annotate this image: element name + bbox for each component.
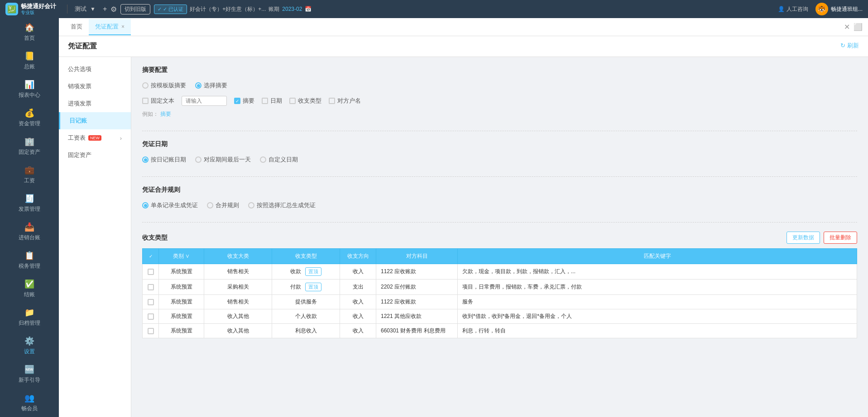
- service-button[interactable]: 👤 人工咨询: [778, 5, 808, 13]
- top-chevron-icon[interactable]: ▼: [90, 6, 96, 12]
- top-bar: 💹 畅捷通好会计 专业版 测试 ▼ + ⚙ 切到旧版 ✓ ✓ 已认证 好会计（专…: [0, 0, 868, 18]
- logo-area: 💹 畅捷通好会计 专业版: [5, 3, 56, 15]
- row-checkbox-1[interactable]: [143, 280, 159, 295]
- refresh-button[interactable]: ↻ 刷新: [840, 42, 859, 50]
- config-nav-journal[interactable]: 日记账: [59, 112, 131, 129]
- config-nav-public[interactable]: 公共选项: [59, 61, 131, 78]
- fixed-text-input[interactable]: [182, 96, 227, 106]
- certified-tag: ✓ ✓ 已认证: [154, 5, 187, 14]
- checkbox-box-1[interactable]: [148, 284, 154, 290]
- sidebar-item-home[interactable]: 🏠 首页: [0, 18, 59, 47]
- config-nav: 公共选项 销项发票 进项发票 日记账 工资表 NEW: [59, 57, 131, 417]
- divider-1: [142, 131, 857, 131]
- sidebar-item-purchase[interactable]: 📥 进销台账: [0, 218, 59, 246]
- th-checkbox[interactable]: ✓: [143, 249, 159, 264]
- row-checkbox-4[interactable]: [143, 324, 159, 338]
- merge-radio-group: 单条记录生成凭证 合并规则 按照选择汇总生成凭证: [142, 201, 857, 209]
- tab-maximize-button[interactable]: ⬜: [854, 23, 863, 31]
- config-nav-purchase-invoice[interactable]: 进项发票: [59, 95, 131, 112]
- merge-radio-merge-rule-circle: [207, 202, 213, 208]
- app-container: 💹 畅捷通好会计 专业版 测试 ▼ + ⚙ 切到旧版 ✓ ✓ 已认证 好会计（专…: [0, 0, 868, 417]
- tab-home[interactable]: 首页: [64, 19, 89, 35]
- row-category-2: 系统预置: [159, 295, 204, 309]
- checkbox-fixed-text[interactable]: 固定文本: [142, 97, 174, 105]
- date-radio-journal[interactable]: 按日记账日期: [142, 156, 186, 164]
- merge-radio-merge-rule[interactable]: 合并规则: [207, 201, 239, 209]
- row-type-1: 付款 置顶: [272, 280, 340, 295]
- tab-voucher-config[interactable]: 凭证配置 ×: [89, 19, 131, 35]
- summary-radio-template-label: 按模板版摘要: [151, 81, 186, 90]
- date-radio-custom-circle: [260, 156, 266, 163]
- merge-radio-single[interactable]: 单条记录生成凭证: [142, 201, 198, 209]
- logo-main: 畅捷通好会计: [21, 3, 56, 10]
- summary-radio-select[interactable]: 选择摘要: [195, 81, 227, 90]
- checkbox-party[interactable]: 对方户名: [329, 97, 361, 105]
- config-nav-fixed-asset[interactable]: 固定资产: [59, 147, 131, 164]
- logo-text: 畅捷通好会计 专业版: [21, 3, 56, 15]
- config-nav-sales[interactable]: 销项发票: [59, 78, 131, 95]
- tab-close-window-button[interactable]: ✕: [844, 23, 850, 31]
- top-settings-icon[interactable]: ⚙: [110, 5, 117, 14]
- sidebar-item-asset[interactable]: 🏢 固定资产: [0, 132, 59, 161]
- sidebar-label-salary: 工资: [24, 177, 35, 185]
- checkbox-box-2[interactable]: [148, 299, 154, 305]
- top-add-icon[interactable]: +: [103, 5, 107, 13]
- update-data-button[interactable]: 更新数据: [786, 232, 820, 244]
- merge-radio-single-label: 单条记录生成凭证: [151, 201, 198, 209]
- checkbox-date-label: 日期: [270, 97, 282, 105]
- sidebar-item-settings[interactable]: ⚙️ 设置: [0, 332, 59, 360]
- reset-btn-0[interactable]: 置顶: [305, 267, 321, 276]
- checkbox-date[interactable]: 日期: [262, 97, 282, 105]
- checkbox-type[interactable]: 收支类型: [289, 97, 321, 105]
- date-radio-period-last[interactable]: 对应期间最后一天: [195, 156, 251, 164]
- sidebar-item-ledger[interactable]: 📒 总账: [0, 47, 59, 75]
- table-row: 系统预置 销售相关 收款 置顶 收入 1122 应收账款 欠款，现金，项目款，到…: [143, 264, 857, 280]
- batch-delete-button[interactable]: 批量删除: [824, 232, 857, 244]
- row-keyword-0: 欠款，现金，项目款，到款，报销款，汇入，...: [458, 264, 857, 280]
- summary-radio-group: 按模板版摘要 选择摘要: [142, 81, 857, 90]
- sidebar-label-archive: 归档管理: [19, 319, 40, 327]
- summary-radio-template[interactable]: 按模板版摘要: [142, 81, 186, 90]
- merge-radio-by-select-circle: [248, 202, 254, 208]
- period-label: 账期: [269, 5, 279, 13]
- merge-section: 凭证合并规则 单条记录生成凭证 合并规则: [142, 186, 857, 209]
- switch-version-button[interactable]: 切到旧版: [120, 4, 150, 14]
- sidebar-item-invoice[interactable]: 🧾 发票管理: [0, 189, 59, 218]
- service-icon: 👤: [778, 6, 785, 12]
- row-checkbox-3[interactable]: [143, 309, 159, 324]
- sidebar-item-report[interactable]: 📊 报表中心: [0, 75, 59, 104]
- payroll-chevron-icon[interactable]: ›: [120, 135, 122, 142]
- merge-radio-by-select[interactable]: 按照选择汇总生成凭证: [248, 201, 316, 209]
- sidebar-item-archive[interactable]: 📁 归档管理: [0, 303, 59, 332]
- sidebar-item-member[interactable]: 👥 畅会员: [0, 389, 59, 417]
- sidebar-item-tax[interactable]: 📋 税务管理: [0, 246, 59, 275]
- divider-3: [142, 222, 857, 223]
- checkbox-type-label: 收支类型: [298, 97, 321, 105]
- sidebar-item-salary[interactable]: 💼 工资: [0, 161, 59, 189]
- row-category-3: 系统预置: [159, 309, 204, 324]
- config-nav-payroll[interactable]: 工资表 NEW ›: [59, 129, 131, 147]
- checkbox-box-4[interactable]: [148, 328, 154, 334]
- checkbox-summary-box: ✓: [234, 98, 240, 104]
- calendar-icon[interactable]: 📅: [305, 6, 312, 12]
- row-category-1: 系统预置: [159, 280, 204, 295]
- row-checkbox-0[interactable]: [143, 264, 159, 280]
- row-bigtype-0: 销售相关: [204, 264, 272, 280]
- row-direction-4: 收入: [340, 324, 376, 338]
- sidebar-item-fund[interactable]: 💰 资金管理: [0, 104, 59, 132]
- top-icons: + ⚙: [103, 5, 117, 14]
- checkbox-summary[interactable]: ✓ 摘要: [234, 97, 254, 105]
- date-radio-custom[interactable]: 自定义日期: [260, 156, 298, 164]
- page-header: ↻ 刷新 凭证配置: [59, 36, 868, 57]
- table-head: ✓ 类别 ∨ 收支大类 收支类型 收支方向 对方科目 匹配关键字: [143, 249, 857, 264]
- select-all-checkbox[interactable]: ✓: [148, 253, 154, 260]
- sidebar-item-guide[interactable]: 🆕 新手引导: [0, 360, 59, 389]
- checkbox-box-0[interactable]: [148, 269, 154, 275]
- checkbox-box-3[interactable]: [148, 313, 154, 320]
- row-type-4: 利息收入: [272, 324, 340, 338]
- tab-close-icon[interactable]: ×: [121, 24, 125, 30]
- sidebar-item-settle[interactable]: ✅ 结账: [0, 275, 59, 303]
- reset-btn-1[interactable]: 置顶: [305, 283, 321, 291]
- user-area[interactable]: 🐯 畅捷通班组...: [815, 3, 863, 15]
- row-checkbox-2[interactable]: [143, 295, 159, 309]
